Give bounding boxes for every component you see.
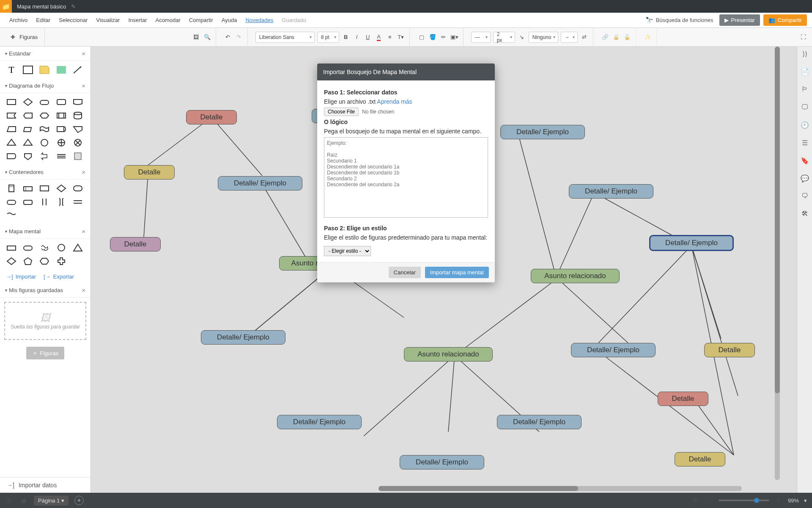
shape-ct[interactable]	[72, 184, 83, 193]
close-icon[interactable]: ×	[82, 228, 85, 235]
close-icon[interactable]: ×	[82, 168, 85, 176]
shape-mm[interactable]	[72, 243, 83, 252]
import-link[interactable]: →] Importar	[6, 273, 36, 280]
shape-ct[interactable]	[72, 197, 83, 207]
shape-fc[interactable]	[56, 152, 67, 161]
page-dropdown[interactable]: Página 1 ▾	[34, 496, 69, 505]
shape-fc[interactable]	[22, 111, 33, 120]
edit-title-icon[interactable]: ✎	[71, 3, 76, 10]
close-icon[interactable]: ×	[82, 82, 85, 89]
close-icon[interactable]: ×	[82, 287, 85, 294]
shape-fc[interactable]	[22, 138, 33, 147]
line-width-dropdown[interactable]: 2 px	[493, 32, 515, 43]
zoom-in-icon[interactable]: ＋	[774, 496, 783, 505]
shape-fc[interactable]	[6, 138, 17, 147]
shape-mm[interactable]	[22, 243, 33, 252]
section-containers[interactable]: ▾Contenedores×	[0, 165, 91, 179]
zoom-dropdown-icon[interactable]: ▾	[804, 497, 807, 504]
clock-icon[interactable]: 🕘	[800, 120, 809, 130]
font-size-dropdown[interactable]: 8 pt	[317, 32, 339, 43]
shape-rect[interactable]	[22, 65, 33, 75]
shape-fc[interactable]	[56, 138, 67, 147]
layers-icon[interactable]: ☰	[800, 138, 809, 147]
list-view-icon[interactable]: ☰	[5, 496, 14, 505]
shape-fc[interactable]	[72, 111, 83, 120]
saved-drop-zone[interactable]: 🖼 Suelta las figuras para guardar	[4, 302, 86, 340]
shape-ct[interactable]	[56, 184, 67, 193]
settings-icon[interactable]: 🛠	[800, 209, 809, 218]
zoom-out-icon[interactable]: −	[705, 496, 713, 505]
learn-more-link[interactable]: Aprenda más	[377, 98, 412, 105]
import-data-button[interactable]: →] Importar datos	[0, 477, 91, 493]
menu-seleccionar[interactable]: Seleccionar	[55, 17, 92, 23]
search-functions[interactable]: 🔭Búsqueda de funciones	[645, 17, 713, 24]
shape-fc[interactable]	[39, 152, 50, 161]
shape-fc[interactable]	[72, 124, 83, 134]
border-color-icon[interactable]: ✏	[439, 33, 448, 41]
present-button[interactable]: ▶ Presentar	[719, 14, 760, 26]
shape-ct[interactable]	[39, 184, 50, 193]
shape-fc[interactable]	[39, 138, 50, 147]
menu-novedades[interactable]: Novedades	[241, 17, 277, 23]
tag-icon[interactable]: 🔖	[800, 156, 809, 165]
shape-fc[interactable]	[39, 124, 50, 134]
shape-note[interactable]	[39, 65, 50, 75]
choose-file-button[interactable]: Choose File	[324, 108, 359, 116]
shape-ct[interactable]	[6, 184, 17, 193]
shape-style-icon[interactable]: ▣▾	[450, 33, 459, 41]
folder-icon[interactable]: 📁	[0, 0, 12, 13]
swap-ends-icon[interactable]: ⇄	[580, 33, 589, 41]
shape-fc[interactable]	[56, 97, 67, 107]
italic-icon[interactable]: I	[353, 33, 361, 41]
fill-bucket-icon[interactable]: 🪣	[428, 33, 437, 41]
shape-mm[interactable]	[22, 257, 33, 266]
link-icon[interactable]: 🔗	[601, 33, 609, 41]
line-curve-icon[interactable]: ↘	[518, 33, 526, 41]
font-dropdown[interactable]: Liberation Sans	[255, 32, 315, 43]
shape-mm[interactable]	[56, 243, 67, 252]
shape-fc[interactable]	[6, 124, 17, 134]
align-icon[interactable]: ≡	[386, 33, 394, 41]
section-mindmap[interactable]: ▾Mapa mental×	[0, 224, 91, 239]
menu-compartir[interactable]: Compartir	[185, 17, 217, 23]
shape-mm[interactable]	[56, 257, 67, 266]
section-flowchart[interactable]: ▾Diagrama de Flujo×	[0, 79, 91, 93]
arrow-dropdown[interactable]: →	[561, 32, 578, 43]
add-shapes-button[interactable]: ＋ Figuras	[26, 347, 64, 359]
menu-visualizar[interactable]: Visualizar	[92, 17, 124, 23]
close-icon[interactable]: ×	[82, 50, 85, 57]
section-saved[interactable]: ▾Mis figuras guardadas×	[0, 283, 91, 298]
export-link[interactable]: [→ Exportar	[44, 273, 74, 280]
shape-ct[interactable]	[22, 197, 33, 207]
shape-arrow[interactable]	[72, 65, 83, 75]
target-icon[interactable]: Ⓐ	[691, 496, 700, 505]
shape-fc[interactable]	[56, 124, 67, 134]
shape-fc[interactable]	[22, 152, 33, 161]
collapse-icon[interactable]: ⟩⟩	[800, 49, 809, 58]
image-icon[interactable]: 🖼	[192, 33, 200, 41]
fill-rect-icon[interactable]: ▢	[417, 33, 426, 41]
shape-mm[interactable]	[39, 257, 50, 266]
lock-icon[interactable]: 🔒	[612, 33, 620, 41]
shape-text[interactable]: T	[6, 65, 17, 75]
shape-block[interactable]	[56, 65, 67, 75]
shape-fc[interactable]	[56, 111, 67, 120]
shape-fc[interactable]	[22, 97, 33, 107]
line-style-dropdown[interactable]: —	[471, 32, 491, 43]
redo-icon[interactable]: ↷	[235, 33, 243, 41]
shape-fc[interactable]	[72, 97, 83, 107]
screen-icon[interactable]: 🖵	[800, 102, 809, 112]
shape-fc[interactable]	[72, 138, 83, 147]
shape-ct[interactable]	[6, 211, 17, 220]
menu-insertar[interactable]: Insertar	[124, 17, 151, 23]
share-button[interactable]: 👥 Compartir	[763, 14, 807, 26]
shape-fc[interactable]	[39, 97, 50, 107]
menu-acomodar[interactable]: Acomodar	[151, 17, 184, 23]
present-icon[interactable]: 🏳	[800, 85, 809, 94]
shape-fc[interactable]	[39, 111, 50, 120]
menu-editar[interactable]: Editar	[32, 17, 55, 23]
menu-archivo[interactable]: Archivo	[5, 17, 32, 23]
bold-icon[interactable]: B	[342, 33, 350, 41]
grid-view-icon[interactable]: ▦	[19, 496, 28, 505]
text-color-icon[interactable]: A	[375, 33, 383, 41]
